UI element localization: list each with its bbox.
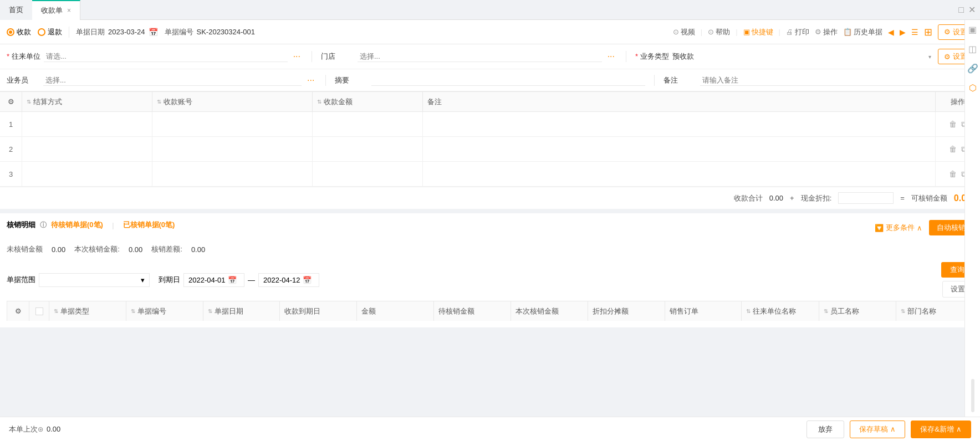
row-3-account[interactable] [152,162,313,186]
print-action[interactable]: 🖨 打印 [786,27,809,37]
remark-label: 备注 [663,75,697,85]
hexiao-section: 核销明细 ⓘ 待核销单据(0笔) | 已核销单据(0笔) 🔽 更多条件 ∧ 自动… [0,213,980,327]
summary-input[interactable] [371,75,645,86]
bth-partner-name-label: 往来单位名称 [753,306,796,316]
biz-value: 预收款 [672,52,926,61]
row-2-account[interactable] [152,137,313,161]
due-date-group: 到期日 2022-04-01 📅 — 2022-04-12 📅 [159,273,319,287]
staff-more-icon[interactable]: ··· [305,75,317,85]
row-1-account[interactable] [152,112,313,136]
summary-label: 摘要 [335,75,368,85]
range-select[interactable]: ▾ [39,273,150,287]
row-2-amount[interactable] [313,137,423,161]
hexiao-info-icon[interactable]: ⓘ [40,221,47,230]
radio-group: 收款 退款 [7,27,62,37]
main-toolbar: 收款 退款 单据日期 2023-03-24 📅 单据编号 SK-20230324… [0,20,980,44]
receipts-table: ⚙ ⇅ 结算方式 ⇅ 收款账号 ⇅ 收款金额 备注 操作 1 [0,91,980,187]
range-label: 单据范围 [7,275,35,285]
sort-icon-number: ⇅ [131,308,135,314]
form-row-1: 往来单位 ··· 门店 ··· 业务类型 预收款 ▾ ⚙ 设置 [0,44,980,69]
window-maximize-icon[interactable]: □ [958,5,964,15]
row-1-delete-icon[interactable]: 🗑 [949,120,957,129]
discount-input[interactable] [838,192,894,204]
abandon-button[interactable]: 放弃 [807,421,844,438]
sidebar-icon-1[interactable]: ▣ [968,24,977,35]
diff-value: 0.00 [191,245,205,254]
sidebar-icon-4[interactable]: ⬡ [969,83,977,93]
menu-icon[interactable]: ☰ [911,28,918,37]
sidebar-icon-2[interactable]: ◫ [968,44,977,54]
tab-home[interactable]: 首页 [0,0,32,20]
history-action[interactable]: 📋 历史单据 [843,27,882,37]
row-3-settlement[interactable] [22,162,152,186]
bth-sales-order: 销售订单 [665,301,742,321]
row-2-remark[interactable] [423,137,936,161]
video-action[interactable]: ⊙ 视频 [673,27,695,37]
help-action[interactable]: ⊙ 帮助 [708,27,730,37]
partner-input[interactable] [44,51,288,62]
grid-icon[interactable]: ⊞ [924,26,932,38]
th-account-label: 收款账号 [164,97,192,107]
operation-action[interactable]: ⚙ 操作 [815,27,838,37]
bth-checkbox[interactable] [35,307,43,315]
hexiao-title-label: 核销明细 [7,220,35,230]
due-start-input[interactable]: 2022-04-01 📅 [183,273,244,287]
form-gear-icon: ⚙ [944,53,951,61]
tab-shoukuan[interactable]: 收款单 × [32,0,80,20]
bth-dept-name: ⇅ 部门名称 [896,301,973,321]
calendar-start-icon: 📅 [228,276,237,284]
tab-done[interactable]: 已核销单据(0笔) [123,220,175,230]
diff-label: 核销差额: [151,244,182,254]
nav-right-icon[interactable]: ▶ [900,28,906,37]
row-3-delete-icon[interactable]: 🗑 [949,170,957,178]
row-2-settlement[interactable] [22,137,152,161]
save-label: 保存&新增 [920,424,954,434]
row-1-remark[interactable] [423,112,936,136]
th-remark-label: 备注 [427,97,442,107]
biz-select[interactable]: 预收款 ▾ [672,52,931,61]
calendar-icon[interactable]: 📅 [149,28,158,37]
shortcut-action[interactable]: ▣ 快捷键 [743,27,773,37]
number-label: 单据编号 [165,27,193,37]
table-row: 2 🗑 ⧉ [0,137,980,162]
row-3-num: 3 [0,162,22,186]
radio-shoukuan[interactable]: 收款 [7,27,31,37]
th-gear[interactable]: ⚙ [0,92,22,111]
table-row: 3 🗑 ⧉ [0,162,980,187]
operation-icon: ⚙ [815,28,821,36]
row-1-amount[interactable] [313,112,423,136]
row-3-amount[interactable] [313,162,423,186]
bth-due-date-label: 收款到期日 [284,306,320,316]
due-end-input[interactable]: 2022-04-12 📅 [258,273,319,287]
bth-due-date: 收款到期日 [280,301,357,321]
window-close-icon[interactable]: ✕ [968,4,976,15]
partner-more-icon[interactable]: ··· [291,52,303,61]
bth-gear[interactable]: ⚙ [7,301,29,321]
draft-button[interactable]: 保存草稿 ∧ [850,421,905,438]
bth-check[interactable] [29,301,49,321]
summary-row: 收款合计 0.00 + 现金折扣: = 可核销金额 0.00 [0,187,980,209]
tab-close-icon[interactable]: × [67,7,71,14]
radio-tuidan[interactable]: 退款 [38,27,62,37]
sidebar-icon-3[interactable]: 🔗 [967,63,978,74]
remark-input[interactable] [700,75,973,86]
tab-pending[interactable]: 待核销单据(0笔) [51,220,103,230]
shop-input[interactable] [358,51,602,62]
save-button[interactable]: 保存&新增 ∧ [911,421,971,438]
row-1-settlement[interactable] [22,112,152,136]
scrollbar[interactable] [971,379,974,412]
tab-bar-right: □ ✕ [958,4,980,15]
nav-left-icon[interactable]: ◀ [888,28,894,37]
save-arrow-icon: ∧ [956,425,962,433]
bth-date-label: 单据日期 [215,306,243,316]
shop-more-icon[interactable]: ··· [605,52,617,61]
more-conditions[interactable]: 🔽 更多条件 ∧ [875,223,922,233]
row-2-num: 2 [0,137,22,161]
radio-tuidan-label: 退款 [48,27,62,37]
staff-input[interactable] [43,75,302,86]
row-2-delete-icon[interactable]: 🗑 [949,145,957,153]
bth-partner-name: ⇅ 往来单位名称 [742,301,819,321]
range-group: 单据范围 ▾ [7,273,150,287]
bth-current-amount-label: 本次核销金额 [515,306,559,316]
row-3-remark[interactable] [423,162,936,186]
